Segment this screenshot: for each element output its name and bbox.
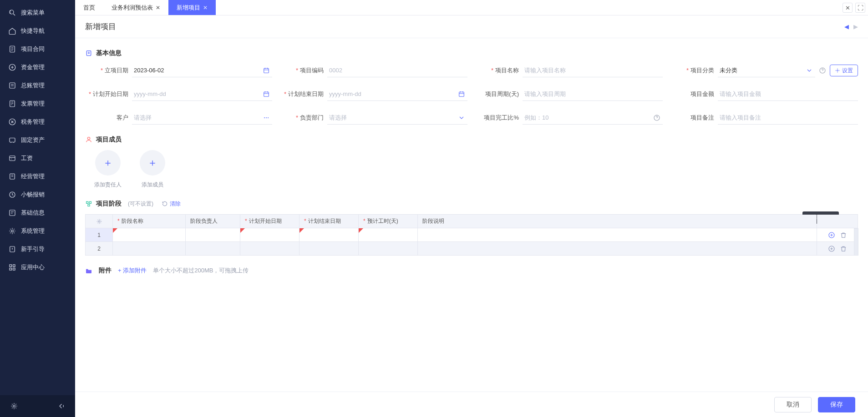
tab-new-project[interactable]: 新增项目 ✕ bbox=[168, 0, 216, 15]
settings-icon[interactable] bbox=[10, 402, 18, 410]
sidebar-item-general-ledger[interactable]: 总账管理 bbox=[0, 76, 75, 95]
sidebar-item-label: 经营管理 bbox=[21, 172, 45, 181]
sidebar-item-apps[interactable]: 应用中心 bbox=[0, 258, 75, 276]
cancel-button[interactable]: 取消 bbox=[774, 397, 812, 412]
more-icon[interactable] bbox=[262, 114, 270, 122]
sidebar-item-guide[interactable]: 新手引导 bbox=[0, 240, 75, 258]
sidebar-item-salary[interactable]: 工资 bbox=[0, 149, 75, 167]
clear-stages-button[interactable]: 清除 bbox=[162, 200, 181, 208]
stage-row[interactable]: 2 bbox=[86, 242, 858, 256]
code-input[interactable] bbox=[327, 64, 467, 77]
stage-cell-end[interactable] bbox=[299, 242, 359, 256]
svg-rect-14 bbox=[13, 265, 15, 267]
category-select[interactable] bbox=[718, 64, 815, 77]
stage-scrollbar[interactable] bbox=[854, 228, 858, 256]
create-date-input[interactable] bbox=[132, 64, 272, 77]
plan-end-input[interactable] bbox=[327, 87, 467, 101]
svg-point-28 bbox=[87, 137, 90, 140]
svg-rect-6 bbox=[10, 138, 15, 142]
customer-select[interactable] bbox=[132, 111, 272, 125]
stage-table: *阶段名称 阶段负责人 *计划开始日期 *计划结束日期 *预计工时(天) 阶段说… bbox=[85, 214, 858, 256]
sidebar-item-reimburse[interactable]: 小畅报销 bbox=[0, 186, 75, 204]
stage-cell-owner[interactable] bbox=[186, 228, 240, 242]
stage-cell-start[interactable] bbox=[240, 228, 299, 242]
fullscreen-icon[interactable]: ⛶ bbox=[855, 3, 865, 13]
add-attachment-button[interactable]: + 添加附件 bbox=[118, 266, 147, 275]
stage-cell-desc[interactable] bbox=[418, 242, 817, 256]
field-plan-start: *计划开始日期 bbox=[85, 87, 272, 101]
stage-cell-name[interactable] bbox=[113, 228, 186, 242]
help-icon[interactable] bbox=[653, 114, 661, 122]
stage-row[interactable]: 1 bbox=[86, 228, 858, 242]
invoice-icon bbox=[8, 100, 16, 108]
stage-cell-end[interactable] bbox=[299, 228, 359, 242]
field-category: *项目分类 设置 bbox=[671, 64, 858, 77]
close-icon[interactable]: ✕ bbox=[156, 5, 160, 11]
stage-cell-owner[interactable] bbox=[186, 242, 240, 256]
close-all-icon[interactable]: ✕ bbox=[843, 3, 853, 13]
section-members: 项目成员 ＋ 添加责任人 ＋ 添加成员 bbox=[85, 136, 858, 189]
chevron-down-icon[interactable] bbox=[805, 66, 813, 75]
collapse-icon[interactable] bbox=[57, 402, 65, 410]
tab-home[interactable]: 首页 bbox=[75, 0, 103, 15]
stage-cell-hours[interactable] bbox=[359, 228, 418, 242]
done-pct-input[interactable] bbox=[523, 111, 663, 125]
stage-cell-desc[interactable] bbox=[418, 228, 817, 242]
stage-col-gear[interactable] bbox=[86, 215, 113, 228]
stage-row-ops bbox=[817, 242, 858, 256]
home-icon bbox=[8, 27, 16, 35]
next-record-icon[interactable]: ▶ bbox=[853, 23, 858, 30]
sidebar-item-label: 固定资产 bbox=[21, 136, 45, 144]
close-icon[interactable]: ✕ bbox=[203, 5, 208, 11]
help-icon[interactable] bbox=[819, 67, 826, 74]
svg-rect-23 bbox=[459, 92, 464, 96]
remark-input[interactable] bbox=[718, 111, 858, 125]
chevron-down-icon[interactable] bbox=[457, 114, 466, 122]
stage-cell-start[interactable] bbox=[240, 242, 299, 256]
sidebar-item-quicknav[interactable]: 快捷导航 bbox=[0, 22, 75, 40]
calendar-icon[interactable] bbox=[457, 90, 466, 98]
add-owner-label: 添加责任人 bbox=[94, 181, 122, 189]
sidebar-item-system[interactable]: 系统管理 bbox=[0, 222, 75, 240]
calendar-icon[interactable] bbox=[262, 90, 270, 98]
dept-select[interactable] bbox=[327, 111, 467, 125]
insert-row-icon[interactable] bbox=[828, 231, 835, 239]
add-owner-button[interactable]: ＋ bbox=[95, 150, 121, 176]
delete-row-icon[interactable] bbox=[840, 231, 847, 239]
sidebar-item-tax[interactable]: 税务管理 bbox=[0, 113, 75, 131]
calendar-icon[interactable] bbox=[262, 66, 270, 75]
sidebar-item-fund[interactable]: 资金管理 bbox=[0, 58, 75, 76]
sidebar-item-fixed-asset[interactable]: 固定资产 bbox=[0, 131, 75, 149]
stage-col-start: *计划开始日期 bbox=[240, 215, 299, 228]
sidebar-item-invoice[interactable]: 发票管理 bbox=[0, 95, 75, 113]
tab-label: 新增项目 bbox=[177, 4, 200, 12]
folder-icon bbox=[85, 267, 92, 274]
delete-row-icon[interactable] bbox=[840, 245, 847, 252]
stage-cell-hours[interactable] bbox=[359, 242, 418, 256]
sidebar-items: 搜索菜单 快捷导航 项目合同 资金管理 总账管理 发票管理 bbox=[0, 0, 75, 395]
sidebar-item-project-contract[interactable]: 项目合同 bbox=[0, 40, 75, 58]
prev-record-icon[interactable]: ◀ bbox=[844, 23, 849, 30]
svg-rect-10 bbox=[10, 210, 15, 216]
tab-profit-estimate[interactable]: 业务利润预估表 ✕ bbox=[103, 0, 168, 15]
stage-cell-name[interactable] bbox=[113, 242, 186, 256]
add-member-card: ＋ 添加成员 bbox=[140, 150, 165, 189]
field-done-pct: 项目完工比% bbox=[476, 111, 663, 125]
period-input[interactable] bbox=[523, 87, 663, 101]
field-period: 项目周期(天) bbox=[476, 87, 663, 101]
sidebar-item-basic-info[interactable]: 基础信息 bbox=[0, 204, 75, 222]
insert-row-icon[interactable] bbox=[828, 245, 835, 252]
sidebar-item-search[interactable]: 搜索菜单 bbox=[0, 4, 75, 22]
field-customer: 客户 bbox=[85, 111, 272, 125]
field-plan-end: *计划结束日期 bbox=[280, 87, 467, 101]
stage-col-name: *阶段名称 bbox=[113, 215, 186, 228]
sidebar-item-operation[interactable]: 经营管理 bbox=[0, 167, 75, 186]
svg-point-26 bbox=[268, 117, 269, 118]
amount-input[interactable] bbox=[718, 87, 858, 101]
category-settings-button[interactable]: 设置 bbox=[830, 65, 858, 76]
save-button[interactable]: 保存 bbox=[818, 397, 855, 412]
sidebar-item-label: 发票管理 bbox=[21, 100, 45, 108]
name-input[interactable] bbox=[523, 64, 663, 77]
add-member-button[interactable]: ＋ bbox=[140, 150, 165, 176]
plan-start-input[interactable] bbox=[132, 87, 272, 101]
